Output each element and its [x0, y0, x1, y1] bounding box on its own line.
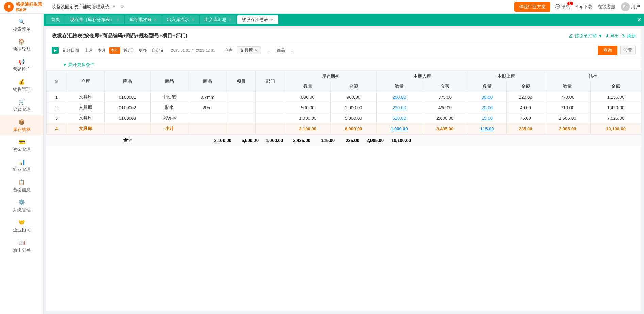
- row-no: 2: [47, 102, 67, 113]
- sidebar-item-marketing[interactable]: 📢 营销推广: [0, 55, 43, 75]
- tab-close-all[interactable]: ✕: [637, 17, 641, 23]
- app-logo: 6 畅捷通好生意 标准版: [4, 1, 48, 12]
- tab-recv-send[interactable]: 收发存汇总表 ✕: [237, 15, 278, 24]
- date-opt-more[interactable]: 更多: [137, 47, 149, 54]
- sales-icon: 💰: [18, 79, 25, 85]
- goods-more-dots[interactable]: ...: [291, 48, 294, 53]
- tab-close-flow[interactable]: ✕: [191, 18, 194, 22]
- message-badge[interactable]: 💬 消息 6: [555, 4, 570, 10]
- marketing-icon: 📢: [18, 59, 25, 65]
- row-out-qty-link[interactable]: 15.00: [481, 116, 493, 121]
- row-no: 4: [47, 123, 67, 134]
- tab-close-batch[interactable]: ✕: [154, 18, 157, 22]
- table-settings-btn[interactable]: 设置: [620, 46, 636, 55]
- row-in-qty-link[interactable]: 1,000.00: [391, 126, 408, 131]
- sidebar-item-newguide[interactable]: 📖 新手引导: [0, 236, 43, 256]
- row-warehouse: 文具库: [67, 123, 104, 134]
- date-opt-last-month[interactable]: 上月: [83, 47, 95, 54]
- footer-label: 合计: [46, 137, 210, 143]
- print-btn[interactable]: 🖨 拣货单打印 ▼: [569, 33, 602, 39]
- app-download-link[interactable]: App下载: [576, 4, 592, 10]
- settings-icon[interactable]: ⚙: [120, 4, 125, 9]
- goods-label: 商品: [277, 48, 285, 53]
- sub-col-balance-qty: 数量: [545, 81, 590, 92]
- col-gear[interactable]: ⚙: [47, 71, 67, 92]
- table-wrap: ⚙ 仓库 商品 商品 商品 项目 部门 库存期初 本期入库 本期出库 结存: [46, 71, 641, 311]
- row-out-qty-link[interactable]: 115.00: [480, 126, 494, 131]
- row-balance-qty: 710.00: [545, 102, 590, 113]
- sidebar-label-finance: 资金管理: [13, 147, 31, 153]
- tab-close-recv-send[interactable]: ✕: [270, 18, 274, 22]
- sub-col-in-amt: 金额: [422, 81, 468, 92]
- col-warehouse: 仓库: [67, 71, 104, 92]
- date-label: 记账日期: [63, 48, 79, 53]
- row-out-qty[interactable]: 20.00: [468, 102, 506, 113]
- tab-close-summary-inout[interactable]: ✕: [229, 18, 232, 22]
- sidebar-item-sales[interactable]: 💰 销售管理: [0, 75, 43, 95]
- sidebar-item-inventory[interactable]: 📦 库存核算: [0, 115, 43, 135]
- expand-conditions-btn[interactable]: ▼ 展开更多条件: [63, 60, 636, 69]
- sidebar-item-quicknav[interactable]: 🏠 快捷导航: [0, 35, 43, 55]
- sidebar-label-system: 系统管理: [13, 207, 31, 213]
- sidebar-item-purchase[interactable]: 🛒 采购管理: [0, 95, 43, 115]
- row-in-qty-link[interactable]: 230.00: [393, 105, 406, 110]
- col-project: 项目: [227, 71, 256, 92]
- row-in-qty[interactable]: 1,000.00: [376, 123, 422, 134]
- row-in-qty-link[interactable]: 250.00: [393, 95, 406, 100]
- refresh-btn[interactable]: ↻ 刷新: [622, 33, 636, 39]
- warehouse-tag-remove[interactable]: ✕: [254, 48, 258, 53]
- sidebar-item-baseinfo[interactable]: 📋 基础信息: [0, 176, 43, 196]
- row-warehouse: 文具库: [67, 92, 104, 102]
- row-in-amt: 460.00: [422, 102, 468, 113]
- row-in-qty-link[interactable]: 520.00: [393, 116, 406, 121]
- warehouse-label: 仓库: [225, 48, 233, 53]
- row-spec: [188, 113, 227, 123]
- tab-batch[interactable]: 库存批次账 ✕: [125, 15, 162, 24]
- row-out-qty[interactable]: 15.00: [468, 113, 506, 123]
- date-opt-custom[interactable]: 自定义: [150, 47, 166, 54]
- table-row: 4文具库小计2,100.006,900.001,000.003,435.0011…: [47, 123, 641, 134]
- footer-opening-amt: 6,900.00: [234, 138, 261, 143]
- footer-in-amt: 3,435.00: [286, 138, 313, 143]
- tab-flow[interactable]: 出入库流水 ✕: [162, 15, 199, 24]
- filter-toggle-btn[interactable]: ▶: [52, 47, 59, 54]
- sub-col-in-qty: 数量: [376, 81, 422, 92]
- sidebar-label-operation: 经营管理: [13, 167, 31, 173]
- sidebar-item-system[interactable]: ⚙️ 系统管理: [0, 196, 43, 216]
- row-out-qty[interactable]: 80.00: [468, 92, 506, 102]
- tab-inventory-dist[interactable]: 现存量（库存分布表） ✕: [65, 15, 124, 24]
- row-in-qty[interactable]: 230.00: [376, 102, 422, 113]
- sidebar-item-operation[interactable]: 📊 经营管理: [0, 155, 43, 176]
- main-layout: 🔍 搜索菜单 🏠 快捷导航 📢 营销推广 💰 销售管理 🛒 采购管理 📦 库存核…: [0, 14, 644, 314]
- row-out-amt: 40.00: [506, 102, 545, 113]
- row-out-qty[interactable]: 115.00: [468, 123, 506, 134]
- row-out-qty-link[interactable]: 20.00: [481, 105, 493, 110]
- baseinfo-icon: 📋: [18, 179, 25, 185]
- sidebar-item-finance[interactable]: 💳 资金管理: [0, 135, 43, 155]
- date-opt-this-year[interactable]: 本年: [109, 47, 120, 54]
- online-service-link[interactable]: 在线客服: [598, 4, 615, 10]
- sidebar-label-baseinfo: 基础信息: [13, 187, 31, 193]
- sub-col-balance-amt: 金额: [591, 81, 641, 92]
- tab-close-inventory-dist[interactable]: ✕: [116, 18, 119, 22]
- sub-col-opening-amt: 金额: [331, 81, 376, 92]
- date-opt-this-month[interactable]: 本月: [96, 47, 108, 54]
- sidebar-item-enterprise[interactable]: 🤝 企业协同: [0, 216, 43, 236]
- row-out-qty-link[interactable]: 80.00: [481, 95, 493, 100]
- print-icon: 🖨: [569, 33, 573, 38]
- tab-home[interactable]: 首页: [46, 15, 65, 24]
- sidebar-label-inventory: 库存核算: [13, 127, 31, 133]
- table-row: 3文具库0100003采访本1,000.005,000.00520.002,60…: [47, 113, 641, 123]
- warehouse-more-dots[interactable]: ...: [266, 48, 270, 53]
- sidebar-item-search[interactable]: 🔍 搜索菜单: [0, 15, 43, 35]
- export-btn[interactable]: ⬇ 导出: [605, 33, 619, 39]
- row-in-qty[interactable]: 520.00: [376, 113, 422, 123]
- date-opt-7days[interactable]: 近7天: [122, 47, 136, 54]
- row-opening-qty: 500.00: [285, 102, 330, 113]
- tab-summary-inout[interactable]: 出入库汇总 ✕: [200, 15, 236, 24]
- row-in-qty[interactable]: 250.00: [376, 92, 422, 102]
- user-area[interactable]: Ea 用户: [621, 2, 640, 11]
- column-settings-icon[interactable]: ⚙: [54, 79, 59, 84]
- query-btn[interactable]: 查询: [598, 46, 617, 55]
- try-industry-btn[interactable]: 体验行业方案: [514, 2, 550, 12]
